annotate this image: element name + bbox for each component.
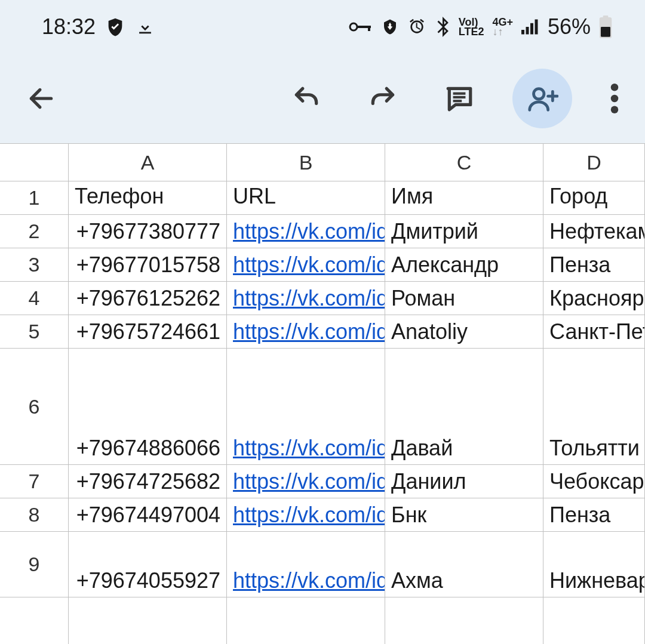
bluetooth-icon xyxy=(435,17,450,37)
cell[interactable] xyxy=(227,597,385,631)
row-header[interactable]: 9 xyxy=(0,532,69,597)
svg-rect-4 xyxy=(526,27,529,35)
row-header[interactable] xyxy=(0,631,69,644)
volte-indicator: Vol)LTE2 xyxy=(459,17,484,36)
undo-button[interactable] xyxy=(283,75,330,122)
cell[interactable]: +79675724661 xyxy=(69,315,227,348)
svg-point-13 xyxy=(534,89,544,99)
cell[interactable]: Дмитрий xyxy=(385,215,543,248)
cell[interactable] xyxy=(543,631,645,644)
cell[interactable]: https://vk.com/id xyxy=(227,248,385,281)
cell[interactable]: https://vk.com/id xyxy=(227,215,385,248)
cell[interactable] xyxy=(543,597,645,631)
table-row xyxy=(0,597,645,631)
cell[interactable]: Пенза xyxy=(543,498,645,531)
svg-rect-9 xyxy=(601,27,610,37)
table-row: 2 +79677380777 https://vk.com/id Дмитрий… xyxy=(0,215,645,248)
status-bar: 18:32 Vol)LTE2 4G+↓↑ 56% xyxy=(0,0,645,54)
recycle-icon xyxy=(381,18,399,36)
redo-button[interactable] xyxy=(360,75,406,122)
cell[interactable]: Давай xyxy=(385,349,543,464)
signal-icon xyxy=(521,19,539,35)
svg-rect-6 xyxy=(535,20,538,35)
cell[interactable]: +79674055927 xyxy=(69,532,227,597)
svg-rect-8 xyxy=(603,16,609,18)
cell[interactable]: https://vk.com/id xyxy=(227,282,385,315)
cell[interactable]: Бнк xyxy=(385,498,543,531)
cell[interactable]: +79677015758 xyxy=(69,248,227,281)
cell[interactable]: URL xyxy=(227,181,385,214)
row-header[interactable]: 2 xyxy=(0,215,69,248)
cell[interactable]: +79674725682 xyxy=(69,465,227,498)
cell[interactable]: Пенза xyxy=(543,248,645,281)
cell[interactable] xyxy=(385,597,543,631)
cell[interactable]: Город xyxy=(543,181,645,214)
row-header[interactable]: 7 xyxy=(0,465,69,498)
column-header[interactable]: B xyxy=(227,143,385,181)
cell[interactable]: Anatoliy xyxy=(385,315,543,348)
cell[interactable]: Ахма xyxy=(385,532,543,597)
cell[interactable]: Чебоксар xyxy=(543,465,645,498)
cell[interactable]: Имя xyxy=(385,181,543,214)
cell[interactable]: Нижневар xyxy=(543,532,645,597)
svg-rect-3 xyxy=(521,30,524,35)
select-all-corner[interactable] xyxy=(0,143,69,181)
row-header[interactable]: 1 xyxy=(0,181,69,214)
spreadsheet[interactable]: A B C D 1 Телефон URL Имя Город 2 +79677… xyxy=(0,143,645,644)
cell[interactable]: Телефон xyxy=(69,181,227,214)
row-header[interactable]: 6 xyxy=(0,349,69,464)
comment-button[interactable] xyxy=(436,75,483,122)
svg-point-16 xyxy=(611,84,619,91)
svg-point-17 xyxy=(611,95,619,103)
battery-percent: 56% xyxy=(548,14,591,39)
toolbar xyxy=(0,54,645,143)
svg-point-0 xyxy=(350,23,357,30)
cell[interactable] xyxy=(69,631,227,644)
svg-rect-2 xyxy=(368,26,370,31)
network-indicator: 4G+↓↑ xyxy=(492,17,513,36)
cell[interactable]: +79677380777 xyxy=(69,215,227,248)
column-header[interactable]: D xyxy=(543,143,645,181)
cell[interactable]: https://vk.com/id xyxy=(227,349,385,464)
table-row: 6 +79674886066 https://vk.com/id Давай Т… xyxy=(0,349,645,465)
table-row: 1 Телефон URL Имя Город xyxy=(0,181,645,215)
cell[interactable] xyxy=(227,631,385,644)
row-header[interactable]: 5 xyxy=(0,315,69,348)
cell[interactable]: Тольятти xyxy=(543,349,645,464)
row-header[interactable]: 3 xyxy=(0,248,69,281)
cell[interactable] xyxy=(385,631,543,644)
status-left: 18:32 xyxy=(42,14,155,39)
cell[interactable]: Нефтекам xyxy=(543,215,645,248)
column-header[interactable]: A xyxy=(69,143,227,181)
cell[interactable]: Александр xyxy=(385,248,543,281)
more-menu-button[interactable] xyxy=(602,75,627,122)
cell[interactable]: https://vk.com/id xyxy=(227,498,385,531)
cell[interactable]: https://vk.com/id xyxy=(227,532,385,597)
cell[interactable]: https://vk.com/id xyxy=(227,465,385,498)
cell[interactable] xyxy=(69,597,227,631)
column-header[interactable]: C xyxy=(385,143,543,181)
back-button[interactable] xyxy=(18,75,64,122)
svg-point-18 xyxy=(611,106,619,114)
table-row xyxy=(0,631,645,644)
cell[interactable]: https://vk.com/id xyxy=(227,315,385,348)
svg-rect-5 xyxy=(530,23,533,35)
cell[interactable]: +79674497004 xyxy=(69,498,227,531)
download-icon xyxy=(135,17,155,37)
row-header[interactable]: 4 xyxy=(0,282,69,315)
table-row: 4 +79676125262 https://vk.com/id Роман К… xyxy=(0,282,645,315)
cell[interactable]: +79676125262 xyxy=(69,282,227,315)
cell[interactable]: Краснояр xyxy=(543,282,645,315)
table-row: 3 +79677015758 https://vk.com/id Алексан… xyxy=(0,248,645,282)
cell[interactable]: Санкт-Пет xyxy=(543,315,645,348)
cell[interactable]: Даниил xyxy=(385,465,543,498)
cell[interactable]: +79674886066 xyxy=(69,349,227,464)
alarm-icon xyxy=(407,17,426,36)
add-person-button[interactable] xyxy=(512,69,572,128)
row-header[interactable] xyxy=(0,597,69,631)
cell[interactable]: Роман xyxy=(385,282,543,315)
status-time: 18:32 xyxy=(42,14,96,39)
row-header[interactable]: 8 xyxy=(0,498,69,531)
status-right: Vol)LTE2 4G+↓↑ 56% xyxy=(349,14,612,39)
vpn-key-icon xyxy=(349,20,373,34)
